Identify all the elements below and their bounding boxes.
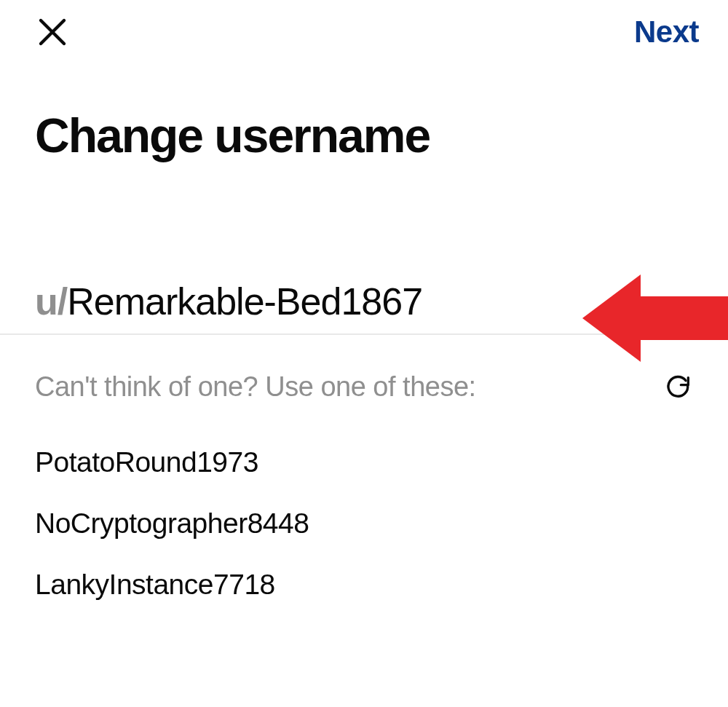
close-icon[interactable] — [35, 15, 70, 50]
suggestion-hint: Can't think of one? Use one of these: — [35, 371, 476, 403]
username-prefix: u/ — [35, 280, 67, 323]
page-title: Change username — [0, 64, 728, 163]
arrow-annotation-icon — [582, 264, 728, 373]
next-button[interactable]: Next — [634, 15, 699, 50]
refresh-icon[interactable] — [664, 373, 693, 402]
svg-marker-2 — [582, 274, 728, 362]
suggestion-list: PotatoRound1973 NoCryptographer8448 Lank… — [0, 403, 728, 615]
suggestion-item[interactable]: NoCryptographer8448 — [35, 493, 693, 554]
suggestion-item[interactable]: LankyInstance7718 — [35, 554, 693, 615]
suggestion-item[interactable]: PotatoRound1973 — [35, 432, 693, 493]
